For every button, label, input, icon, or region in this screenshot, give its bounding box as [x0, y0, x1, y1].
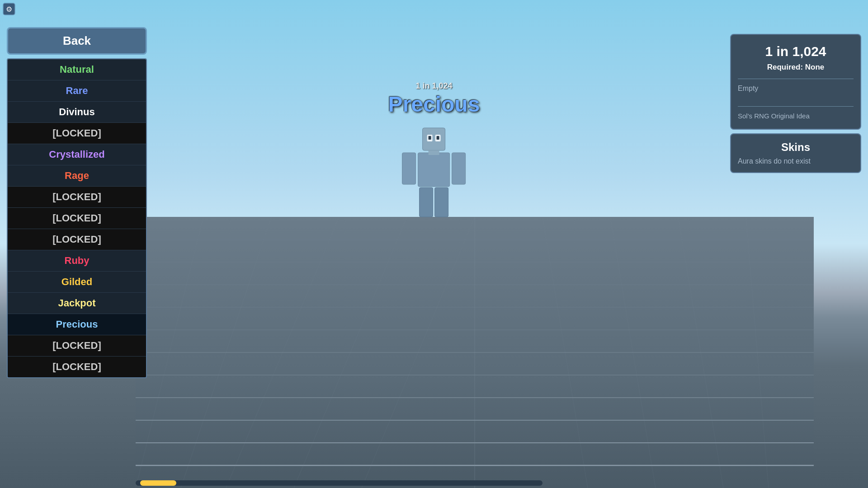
floor-area [136, 217, 814, 488]
aura-item-ruby[interactable]: Ruby [8, 250, 146, 272]
svg-rect-33 [435, 188, 448, 217]
scroll-thumb[interactable] [140, 480, 176, 486]
aura-item-locked2[interactable]: [LOCKED] [8, 187, 146, 208]
aura-chance-small: 1 in 1,024 [388, 81, 480, 91]
aura-name-display: Precious [388, 92, 480, 117]
aura-item-crystallized[interactable]: Crystallized [8, 144, 146, 165]
settings-icon[interactable]: ⚙ [2, 2, 16, 16]
character-model [388, 123, 480, 225]
info-box: 1 in 1,024 Required: None Empty Sol's RN… [730, 34, 861, 130]
rarity-chance: 1 in 1,024 [738, 44, 854, 59]
divider-2 [738, 106, 854, 107]
aura-item-gilded[interactable]: Gilded [8, 272, 146, 293]
aura-item-rare[interactable]: Rare [8, 80, 146, 102]
aura-item-jackpot[interactable]: Jackpot [8, 293, 146, 314]
skins-description: Aura skins do not exist [738, 157, 854, 165]
back-button[interactable]: Back [7, 27, 147, 55]
skins-box: Skins Aura skins do not exist [730, 133, 861, 173]
aura-item-locked4[interactable]: [LOCKED] [8, 229, 146, 250]
aura-list: NaturalRareDivinus[LOCKED]CrystallizedRa… [7, 58, 147, 378]
svg-rect-27 [429, 136, 431, 140]
aura-item-precious[interactable]: Precious [8, 314, 146, 335]
aura-item-rage[interactable]: Rage [8, 165, 146, 187]
skins-title: Skins [738, 141, 854, 154]
divider-1 [738, 79, 854, 79]
svg-rect-34 [429, 150, 439, 155]
required-label: Required: None [738, 63, 854, 72]
svg-rect-30 [402, 153, 416, 184]
credit-text: Sol's RNG Original Idea [738, 112, 854, 120]
character-area: 1 in 1,024 Precious [388, 81, 480, 225]
aura-item-natural[interactable]: Natural [8, 59, 146, 80]
bottom-scrollbar[interactable] [136, 480, 542, 486]
empty-text: Empty [738, 84, 854, 93]
svg-rect-28 [437, 136, 439, 140]
aura-item-locked1[interactable]: [LOCKED] [8, 123, 146, 144]
svg-rect-32 [420, 188, 433, 217]
aura-item-locked3[interactable]: [LOCKED] [8, 208, 146, 229]
left-panel: Back NaturalRareDivinus[LOCKED]Crystalli… [7, 27, 147, 378]
aura-item-locked5[interactable]: [LOCKED] [8, 335, 146, 357]
svg-rect-24 [423, 128, 445, 150]
svg-text:⚙: ⚙ [6, 5, 12, 13]
aura-item-divinus[interactable]: Divinus [8, 102, 146, 123]
right-panel: 1 in 1,024 Required: None Empty Sol's RN… [730, 34, 861, 173]
svg-rect-31 [452, 153, 466, 184]
aura-item-locked6[interactable]: [LOCKED] [8, 357, 146, 377]
svg-rect-29 [418, 153, 450, 187]
